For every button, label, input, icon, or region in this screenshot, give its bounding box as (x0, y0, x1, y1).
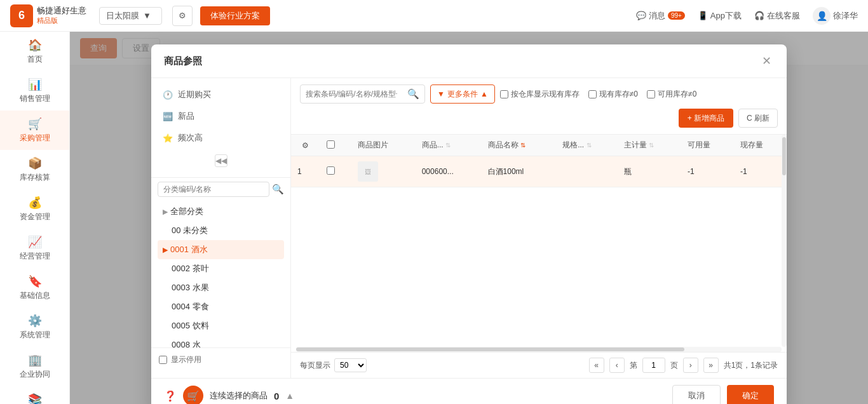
col-name-label: 商品名称 (488, 140, 519, 149)
user-area[interactable]: 👤 徐泽华 (813, 7, 858, 25)
col-stock: 现存量 (734, 135, 787, 156)
sidebar-item-finance[interactable]: 💰 资金管理 (0, 189, 69, 229)
sidebar-item-basics[interactable]: 🔖 基础信息 (0, 268, 69, 307)
row-checkbox[interactable] (327, 166, 335, 175)
category-0004-label: 0004 零食 (172, 301, 209, 313)
category-0002[interactable]: 0002 茶叶 (158, 259, 284, 278)
check-warehouse-item[interactable]: 按仓库显示现有库存 (500, 89, 580, 100)
sidebar-label-enterprise: 企业协同 (20, 369, 50, 380)
tab-recent-label: 近期购买 (178, 89, 211, 100)
tab-frequent[interactable]: ⭐ 频次高 (156, 128, 285, 148)
help-icon[interactable]: ❓ (164, 390, 177, 402)
top-nav: 6 畅捷通好生意 精品版 日太阳膜 ▼ ⚙ 体验行业方案 💬 消息 99+ 📱 … (0, 0, 868, 32)
per-page-section: 每页显示 50 100 200 (300, 358, 367, 372)
display-disabled-checkbox[interactable] (159, 356, 167, 364)
check-available-checkbox[interactable] (647, 90, 655, 98)
col-name[interactable]: 商品名称 ⇅ (482, 135, 557, 156)
logo-title: 畅捷通好生意 (37, 6, 86, 17)
sidebar-item-system[interactable]: ⚙️ 系统管理 (0, 307, 69, 347)
sidebar-item-operations[interactable]: 📈 经营管理 (0, 229, 69, 268)
home-icon: 🏠 (28, 38, 42, 52)
category-unclassified[interactable]: 00 未分类 (158, 221, 284, 240)
col-code[interactable]: 商品... ⇅ (416, 135, 482, 156)
page-prev-button[interactable]: ‹ (609, 358, 625, 373)
modal-header: 商品参照 ✕ (151, 44, 787, 78)
scrollbar-thumb (782, 137, 786, 175)
page-number-input[interactable] (642, 358, 665, 373)
category-0003[interactable]: 0003 水果 (158, 278, 284, 297)
category-all[interactable]: ▶ 全部分类 (158, 202, 284, 221)
cancel-button[interactable]: 取消 (672, 385, 721, 404)
cart-button[interactable]: 🛒 (183, 386, 203, 404)
col-unit[interactable]: 主计量 ⇅ (618, 135, 681, 156)
product-search-button[interactable]: 🔍 (402, 88, 424, 100)
arrow-icon: ▶ (163, 208, 168, 216)
selected-count-badge: 0 (274, 391, 279, 401)
pagination: 每页显示 50 100 200 « ‹ 第 页 (291, 352, 787, 378)
right-panel: 🔍 ▼ 更多条件 ▲ 按仓库显示现有库存 (291, 78, 787, 378)
check-warehouse-checkbox[interactable] (500, 90, 508, 98)
page-next-button[interactable]: › (683, 358, 698, 373)
modal-footer: ❓ 🛒 连续选择的商品 0 ▲ 取消 确定 (151, 378, 787, 404)
sidebar-label-basics: 基础信息 (20, 290, 50, 301)
product-search-input[interactable] (301, 90, 402, 98)
sidebar-item-enterprise[interactable]: 🏢 企业协同 (0, 347, 69, 386)
col-settings[interactable]: ⚙ (291, 135, 320, 156)
page-last-button[interactable]: » (703, 358, 719, 373)
trial-button[interactable]: 体验行业方案 (200, 6, 270, 25)
category-0005[interactable]: 0005 饮料 (158, 316, 284, 335)
row-index: 1 (291, 156, 320, 187)
horizontal-scrollbar[interactable] (296, 347, 782, 352)
sort-name-icon: ⇅ (520, 142, 526, 149)
support-btn[interactable]: 🎧 在线客服 (754, 10, 800, 22)
tab-recent-purchase[interactable]: 🕐 近期购买 (156, 84, 285, 105)
refresh-button[interactable]: C 刷新 (738, 109, 778, 128)
check-available-label: 可用库存≠0 (658, 89, 696, 100)
messages-btn[interactable]: 💬 消息 99+ (636, 10, 685, 22)
per-page-select[interactable]: 50 100 200 (334, 358, 367, 372)
col-spec[interactable]: 规格... ⇅ (556, 135, 618, 156)
col-code-label: 商品... (422, 140, 444, 149)
category-0001[interactable]: ▶ 0001 酒水 (158, 240, 284, 259)
confirm-button[interactable]: 确定 (727, 385, 774, 404)
table-scrollbar[interactable] (782, 135, 787, 347)
table-row[interactable]: 1 🖼 (291, 156, 787, 187)
category-search-icon[interactable]: 🔍 (272, 184, 284, 195)
more-filters-button[interactable]: ▼ 更多条件 ▲ (430, 84, 495, 104)
tab-new-products[interactable]: 🆕 新品 (156, 106, 285, 126)
select-all-checkbox[interactable] (327, 140, 335, 149)
display-disabled-label[interactable]: 显示停用 (171, 354, 201, 365)
left-tabs: 🕐 近期购买 🆕 新品 ⭐ 频次高 (151, 84, 290, 148)
app-download-btn[interactable]: 📱 App下载 (698, 10, 742, 22)
settings-icon[interactable]: ⚙ (172, 6, 193, 26)
modal-title: 商品参照 (164, 55, 202, 67)
check-available-item[interactable]: 可用库存≠0 (647, 89, 696, 100)
tab-new-label: 新品 (178, 111, 194, 122)
sidebar-item-guide[interactable]: 📚 新手引导 (0, 386, 69, 404)
add-product-button[interactable]: + 新增商品 (679, 109, 733, 128)
category-0008[interactable]: 0008 水 (158, 335, 284, 347)
check-nonzero-item[interactable]: 现有库存≠0 (588, 89, 638, 100)
logo-sub: 精品版 (37, 16, 86, 25)
page-end-label: 页 (670, 360, 678, 371)
sidebar-item-inventory[interactable]: 📦 库存核算 (0, 150, 69, 189)
row-spec (556, 156, 618, 187)
mobile-icon: 📱 (698, 11, 708, 20)
footer-collapse-icon[interactable]: ▲ (285, 391, 294, 401)
sidebar-item-purchase[interactable]: 🛒 采购管理 (0, 111, 69, 150)
sidebar-item-home[interactable]: 🏠 首页 (0, 32, 69, 71)
modal-body: 🕐 近期购买 🆕 新品 ⭐ 频次高 (151, 78, 787, 378)
category-unclassified-label: 00 未分类 (172, 225, 208, 236)
modal-close-button[interactable]: ✕ (759, 53, 774, 69)
row-stock: -1 (734, 156, 787, 187)
category-search-input[interactable] (158, 182, 269, 197)
category-0004[interactable]: 0004 零食 (158, 297, 284, 316)
col-spec-label: 规格... (562, 140, 584, 149)
sidebar-item-sales[interactable]: 📊 销售管理 (0, 71, 69, 111)
page-first-button[interactable]: « (589, 358, 604, 373)
check-nonzero-checkbox[interactable] (588, 90, 597, 98)
nav-selector[interactable]: 日太阳膜 ▼ (99, 7, 162, 25)
chevron-down-icon: ▼ (143, 11, 151, 20)
collapse-panel-button[interactable]: ◀◀ (215, 154, 227, 167)
messages-label: 消息 (649, 10, 665, 22)
